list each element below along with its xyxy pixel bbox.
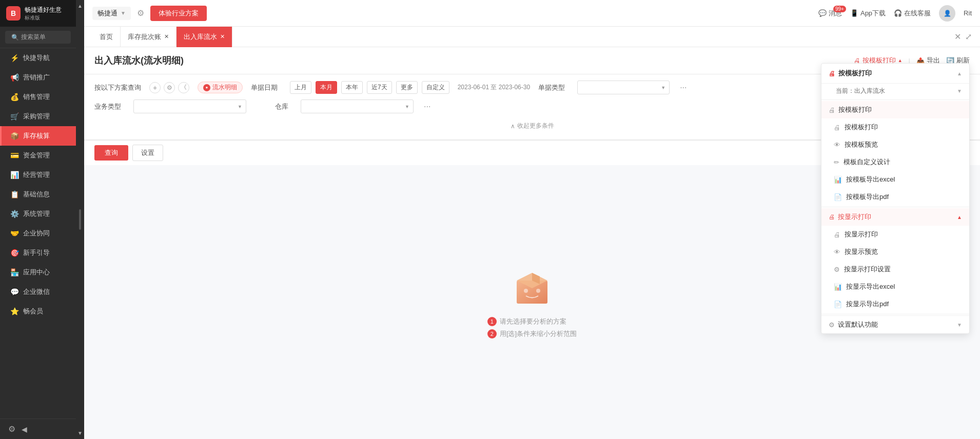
sidebar-item-marketing[interactable]: 📢 营销推广 (0, 68, 76, 87)
sidebar-bottom: ⚙ ◀ (0, 418, 76, 439)
date-btn-custom[interactable]: 自定义 (422, 81, 449, 94)
dropdown-header: 🖨 按模板打印 ▲ (821, 64, 969, 84)
expand-btn[interactable]: ⤢ (965, 32, 972, 42)
date-filter: 上月 本月 本年 近7天 更多 自定义 (290, 81, 449, 94)
dropdown-item-template-pdf[interactable]: 📄 按模板导出pdf (821, 188, 969, 206)
sidebar-search-area[interactable]: 🔍 搜索菜单 (0, 27, 76, 48)
step-2-text: 用[选]条件来缩小分析范围 (500, 329, 577, 338)
sidebar-item-basic[interactable]: 📋 基础信息 (0, 185, 76, 204)
online-service-btn[interactable]: 🎧 在线客服 (894, 9, 931, 18)
dropdown-footer-btn[interactable]: ⚙ 设置默认功能 ▼ (821, 315, 969, 333)
sidebar-item-quicknav[interactable]: ⚡ 快捷导航 (0, 48, 76, 68)
settings-btn[interactable]: 设置 (132, 145, 163, 161)
sidebar-item-operations[interactable]: 📊 经营管理 (0, 165, 76, 185)
divider-footer (821, 314, 969, 314)
query-btn[interactable]: 查询 (94, 145, 128, 161)
dropdown-item-display-preview[interactable]: 👁 按显示预览 (821, 243, 969, 261)
sidebar-item-member[interactable]: ⭐ 畅会员 (0, 302, 76, 321)
sidebar-item-label: 系统管理 (23, 209, 50, 218)
scroll-up-btn[interactable]: ▲ (76, 2, 84, 10)
sidebar-item-collab[interactable]: 🤝 企业协同 (0, 224, 76, 243)
item-print-icon: 🖨 (834, 124, 840, 131)
warehouse-select[interactable] (301, 99, 414, 113)
empty-step-1: 1 请先选择要分析的方案 (487, 317, 577, 326)
warehouse-label: 仓库 (275, 102, 288, 111)
username-label[interactable]: Rit (964, 9, 972, 17)
filter-actions: + ⚙ 《 (149, 82, 189, 93)
sidebar-settings-icon[interactable]: ⚙ (8, 424, 15, 434)
business-type-select[interactable] (133, 99, 246, 113)
tabs-corner-actions: ✕ ⤢ (954, 32, 972, 42)
industry-solution-btn[interactable]: 体验行业方案 (150, 6, 207, 21)
tab-flow[interactable]: 出入库流水 ✕ (177, 27, 232, 47)
scroll-down-btn[interactable]: ▼ (76, 429, 84, 437)
user-avatar[interactable]: 👤 (939, 5, 955, 22)
doc-type-select[interactable] (577, 81, 670, 94)
dropdown-item-template-print[interactable]: 🖨 按模板打印 (821, 118, 969, 136)
doc-type-label: 单据类型 (538, 83, 565, 92)
date-btn-last-month[interactable]: 上月 (290, 81, 311, 94)
dropdown-item-template-excel[interactable]: 📊 按模板导出excel (821, 171, 969, 188)
collapse-icon: 《 (181, 83, 187, 92)
page-header-actions: 🖨 按模板打印 ▲ | 📤 导出 🔄 刷新 🖨 (854, 56, 970, 72)
sidebar-item-newbie[interactable]: 🎯 新手引导 (0, 243, 76, 263)
group-display-icon: 🖨 (829, 213, 835, 221)
sidebar-item-appstore[interactable]: 🏪 应用中心 (0, 263, 76, 282)
tab-flow-close[interactable]: ✕ (220, 33, 225, 40)
sidebar-item-purchase[interactable]: 🛒 采购管理 (0, 107, 76, 126)
date-label: 单据日期 (251, 83, 278, 92)
app-download-btn[interactable]: 📱 App下载 (850, 9, 886, 18)
business-type-select-wrap (133, 99, 246, 113)
filter-add-btn[interactable]: + (149, 82, 161, 93)
sidebar-item-system[interactable]: ⚙️ 系统管理 (0, 204, 76, 224)
sidebar-item-inventory[interactable]: 📦 库存核算 (0, 126, 76, 146)
item-disp-settings-icon: ⚙ (834, 266, 840, 273)
date-btn-current-year[interactable]: 本年 (341, 81, 363, 94)
sidebar-item-label: 营销推广 (23, 73, 50, 82)
sidebar-item-sales[interactable]: 💰 销售管理 (0, 87, 76, 107)
display-group-chevron-up-icon: ▲ (957, 214, 962, 220)
dropdown-group-display[interactable]: 🖨 按显示打印 ▲ (821, 208, 969, 226)
dropdown-item-display-settings[interactable]: ⚙ 按显示打印设置 (821, 261, 969, 278)
sidebar-item-wecom[interactable]: 💬 企业微信 (0, 282, 76, 302)
sidebar-item-finance[interactable]: 💳 资金管理 (0, 146, 76, 165)
filter-settings-btn[interactable]: ⚙ (164, 82, 175, 93)
tab-batch[interactable]: 库存批次账 ✕ (121, 27, 177, 47)
tab-batch-close[interactable]: ✕ (164, 33, 169, 40)
search-menu-btn[interactable]: 🔍 搜索菜单 (5, 31, 71, 44)
item-disp-excel-icon: 📊 (834, 283, 842, 291)
filter-tag-flow-detail[interactable]: ● 流水明细 (198, 82, 243, 93)
system-icon: ⚙️ (10, 210, 19, 218)
tab-flow-label: 出入库流水 (184, 32, 217, 42)
dropdown-group-template[interactable]: 🖨 按模板打印 (821, 101, 969, 118)
topbar-gear-icon[interactable]: ⚙ (137, 8, 144, 18)
dropdown-item-template-preview[interactable]: 👁 按模板预览 (821, 136, 969, 153)
dropdown-item-display-excel[interactable]: 📊 按显示导出excel (821, 278, 969, 295)
dropdown-item-display-pdf[interactable]: 📄 按显示导出pdf (821, 295, 969, 313)
member-icon: ⭐ (10, 307, 19, 315)
scroll-thumb (79, 209, 81, 230)
empty-state-illustration (506, 263, 558, 309)
item-preview-icon: 👁 (834, 141, 840, 149)
logo-title: 畅捷通好生意 (25, 6, 62, 14)
date-btn-more[interactable]: 更多 (396, 81, 418, 94)
dropdown-item-template-custom[interactable]: ✏ 模板自定义设计 (821, 153, 969, 171)
date-btn-current-month[interactable]: 本月 (316, 81, 337, 94)
doc-type-more-btn[interactable]: ··· (680, 83, 687, 92)
app-download-label: App下载 (860, 9, 886, 18)
marketing-icon: 📢 (10, 73, 19, 82)
date-btn-last7[interactable]: 近7天 (367, 81, 392, 94)
sidebar-collapse-icon[interactable]: ◀ (22, 425, 27, 433)
close-all-tabs-btn[interactable]: ✕ (954, 32, 961, 42)
divider-template-section (821, 99, 969, 100)
finance-icon: 💳 (10, 151, 19, 159)
filter-collapse-btn[interactable]: 《 (178, 82, 189, 93)
tab-home[interactable]: 首页 (92, 27, 121, 47)
tag-circle-icon: ● (203, 84, 210, 91)
company-selector[interactable]: 畅捷通 ▼ (92, 7, 131, 20)
dropdown-chevron-up-icon: ▲ (957, 71, 962, 76)
dropdown-item-display-print[interactable]: 🖨 按显示打印 (821, 226, 969, 243)
sidebar-item-label: 经营管理 (23, 170, 50, 179)
message-btn[interactable]: 💬 消息 99+ (818, 9, 842, 18)
warehouse-more-btn[interactable]: ··· (424, 102, 430, 111)
